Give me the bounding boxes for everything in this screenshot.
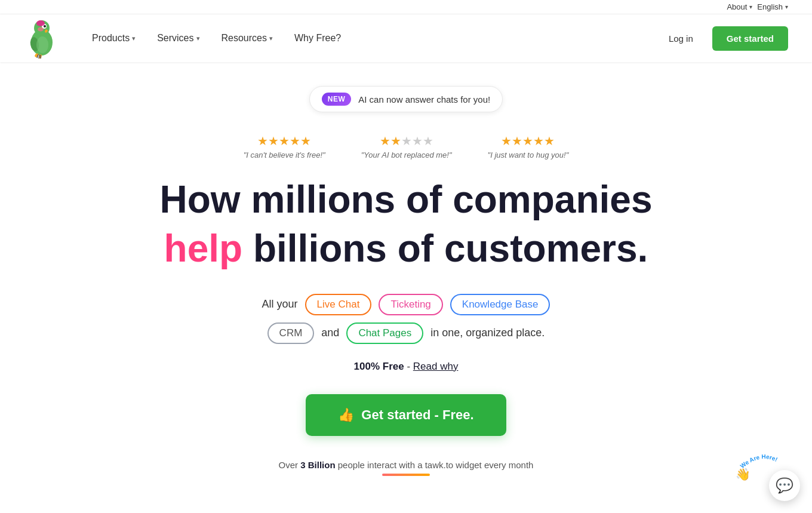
billion-suffix: people interact with a tawk.to widget ev…	[338, 460, 534, 470]
get-started-nav-button[interactable]: Get started	[712, 26, 788, 51]
hero-heading-line1: How millions of companies	[160, 179, 653, 220]
login-button[interactable]: Log in	[659, 29, 703, 48]
navbar: Products ▾ Services ▾ Resources ▾ Why Fr…	[0, 14, 812, 62]
in-one-text: in one, organized place.	[430, 327, 545, 339]
about-chevron-icon: ▾	[749, 4, 752, 10]
language-label: English	[757, 2, 783, 11]
logo-area[interactable]	[24, 17, 60, 59]
top-bar: About ▾ English ▾	[0, 0, 812, 14]
about-label: About	[727, 2, 747, 11]
billion-prefix: Over	[279, 460, 299, 470]
billion-number: 3 Billion	[300, 460, 335, 470]
and-text: and	[321, 327, 339, 339]
tag-knowledge-base[interactable]: Knowledge Base	[450, 294, 550, 315]
tags-row-2: CRM and Chat Pages in one, organized pla…	[267, 322, 545, 344]
review-quote-1: "I can't believe it's free!"	[244, 150, 325, 159]
tags-area: All your Live Chat Ticketing Knowledge B…	[262, 294, 550, 344]
cta-get-started-button[interactable]: 👍 Get started - Free.	[306, 394, 506, 436]
hero-heading-line2: help billions of customers.	[164, 228, 648, 269]
cta-button-label: Get started - Free.	[361, 407, 473, 423]
read-why-link[interactable]: Read why	[413, 361, 459, 372]
nav-products[interactable]: Products ▾	[84, 28, 144, 48]
billion-line: Over 3 Billion people interact with a ta…	[279, 460, 534, 470]
banner-message: AI can now answer chats for you!	[358, 94, 490, 105]
nav-services-label: Services	[157, 33, 193, 44]
language-chevron-icon: ▾	[785, 4, 788, 10]
logo-parrot-icon	[24, 17, 60, 59]
hero-line2-suffix: billions of customers.	[242, 227, 648, 270]
hero-section: NEW AI can now answer chats for you! ★★★…	[0, 62, 812, 512]
wave-hand-icon: 👋	[736, 467, 751, 481]
tag-ticketing[interactable]: Ticketing	[379, 294, 442, 315]
nav-why-free-label: Why Free?	[294, 33, 341, 44]
hero-highlight-word: help	[164, 227, 243, 270]
nav-links: Products ▾ Services ▾ Resources ▾ Why Fr…	[84, 28, 659, 48]
we-are-here-badge: We Are Here! 👋	[734, 444, 794, 479]
nav-why-free[interactable]: Why Free?	[286, 28, 349, 48]
review-item-1: ★★★★★ "I can't believe it's free!"	[244, 134, 325, 159]
new-badge: NEW	[322, 93, 352, 106]
review-quote-2: "Your AI bot replaced me!"	[361, 150, 452, 159]
reviews-row: ★★★★★ "I can't believe it's free!" ★★★★★…	[244, 134, 569, 159]
products-chevron-icon: ▾	[132, 35, 136, 42]
svg-point-7	[36, 20, 45, 26]
tag-chat-pages[interactable]: Chat Pages	[346, 322, 423, 344]
svg-point-3	[44, 25, 46, 27]
review-item-3: ★★★★★ "I just want to hug you!"	[488, 134, 569, 159]
wave-decoration	[382, 474, 430, 476]
stars-2: ★★★★★	[380, 134, 433, 148]
about-menu[interactable]: About ▾	[727, 2, 752, 11]
nav-services[interactable]: Services ▾	[149, 28, 208, 48]
svg-point-6	[36, 36, 48, 53]
stars-1: ★★★★★	[257, 134, 311, 148]
review-item-2: ★★★★★ "Your AI bot replaced me!"	[361, 134, 452, 159]
tags-row-1: All your Live Chat Ticketing Knowledge B…	[262, 294, 550, 315]
resources-chevron-icon: ▾	[269, 35, 273, 42]
new-banner[interactable]: NEW AI can now answer chats for you!	[309, 86, 503, 112]
free-text: 100% Free	[354, 361, 404, 372]
chat-bubble-icon: 💬	[776, 477, 793, 494]
all-your-text: All your	[262, 298, 298, 311]
free-line: 100% Free - Read why	[354, 361, 459, 373]
nav-resources-label: Resources	[222, 33, 267, 44]
language-menu[interactable]: English ▾	[757, 2, 788, 11]
nav-products-label: Products	[92, 33, 130, 44]
review-quote-3: "I just want to hug you!"	[488, 150, 569, 159]
svg-point-4	[38, 27, 44, 32]
nav-auth: Log in Get started	[659, 26, 788, 51]
thumbs-up-icon: 👍	[338, 407, 354, 423]
tag-crm[interactable]: CRM	[267, 322, 315, 344]
free-separator: -	[407, 361, 413, 372]
stars-3: ★★★★★	[501, 134, 555, 148]
chat-widget: We Are Here! 👋 💬	[734, 444, 800, 501]
services-chevron-icon: ▾	[196, 35, 200, 42]
nav-resources[interactable]: Resources ▾	[213, 28, 281, 48]
tag-live-chat[interactable]: Live Chat	[305, 294, 372, 315]
